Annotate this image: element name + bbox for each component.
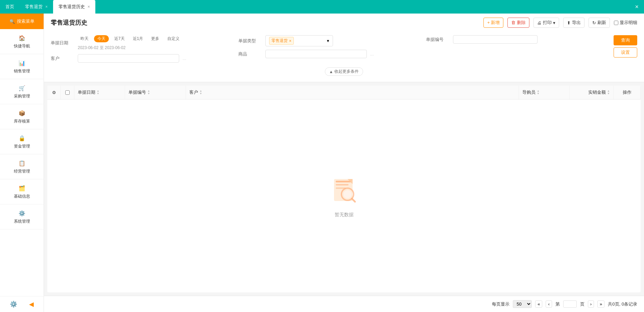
date-filter-label: 单据日期 [51,40,71,46]
select-all-checkbox[interactable] [65,90,70,95]
goods-input[interactable] [265,50,367,58]
doctype-dropdown-icon: ▾ [327,38,329,43]
date-btn-custom[interactable]: 自定义 [165,35,182,42]
page-title: 零售退货历史 [51,19,87,27]
sidebar-item-inventory[interactable]: 📦 库存核算 [0,104,44,129]
empty-state-icon [327,174,361,208]
new-button[interactable]: + 新增 [483,18,503,28]
collapse-button[interactable]: ▲ 收起更多条件 [325,67,363,76]
docno-sort-icon[interactable]: ▲▼ [147,90,150,95]
print-dropdown-icon: ▾ [553,20,555,25]
action-buttons: 查询 设置 [614,35,637,58]
export-icon: ⬆ [567,20,571,25]
page-suffix: 页 [580,301,585,307]
print-button[interactable]: 🖨 打印 ▾ [533,18,559,28]
filter-row-doctype: 单据类型 零售退货 × ▾ [238,35,416,46]
tab-retail-return-history[interactable]: 零售退货历史 × [53,0,95,14]
th-action: 操作 [614,86,641,99]
table-container: ⚙ 单据日期 ▲▼ 单据编号 ▲▼ 客户 ▲▼ 导购员 [47,86,641,292]
customer-sort-icon[interactable]: ▲▼ [199,90,202,95]
customer-input[interactable] [78,54,179,63]
display-detail-toggle[interactable]: 显示明细 [614,20,637,26]
content-area: 零售退货历史 + 新增 🗑 删除 🖨 打印 ▾ ⬆ 导出 ↻ [44,14,644,312]
prev-page-button[interactable]: ‹ [546,300,552,308]
sidebar-item-basic-info[interactable]: 🗂️ 基础信息 [0,179,44,204]
tab-retail-return[interactable]: 零售退货 × [20,0,53,14]
last-page-button[interactable]: » [597,300,604,308]
pagination-bar: 每页显示 50 10 20 100 « ‹ 第 1 页 › » 共0页, 0条记… [44,296,644,312]
th-settings[interactable]: ⚙ [47,86,61,99]
purchase-icon: 🛒 [18,84,26,92]
per-page-select[interactable]: 50 10 20 100 [513,300,532,308]
date-btn-more[interactable]: 更多 [148,35,162,42]
sidebar: 🔍 搜索菜单 🏠 快捷导航 📊 销售管理 🛒 采购管理 📦 库存核算 🔒 资金管… [0,14,44,312]
collapse-icon: ▲ [329,69,333,74]
collapse-sidebar-icon[interactable]: ◀ [29,300,34,308]
customer-input-ellipsis: ... [183,56,186,61]
export-button[interactable]: ⬆ 导出 [563,18,585,28]
filter-row-goods: 商品 ... [238,50,416,58]
th-amount: 实销金额 ▲▼ [570,86,614,99]
settings-bottom-icon[interactable]: ⚙️ [10,300,17,308]
svg-line-6 [352,199,355,202]
total-records-label: 共0页, 0条记录 [608,301,637,307]
svg-rect-1 [336,181,351,182]
column-settings-icon[interactable]: ⚙ [52,90,56,95]
date-btn-yesterday[interactable]: 昨天 [78,35,91,42]
system-icon: ⚙️ [18,209,26,217]
first-page-button[interactable]: « [535,300,542,308]
print-icon: 🖨 [537,20,542,25]
sidebar-bottom: ⚙️ ◀ [0,296,44,312]
refresh-button[interactable]: ↻ 刷新 [589,18,610,28]
toolbar: + 新增 🗑 删除 🖨 打印 ▾ ⬆ 导出 ↻ 刷新 [483,18,637,28]
filter-settings-button[interactable]: 设置 [614,47,637,58]
customer-filter-label: 客户 [51,55,71,62]
per-page-label: 每页显示 [492,301,509,307]
basic-info-icon: 🗂️ [18,184,26,192]
sidebar-item-purchase[interactable]: 🛒 采购管理 [0,79,44,104]
doctype-select[interactable]: 零售退货 × ▾ [265,35,333,46]
next-page-button[interactable]: › [588,300,594,308]
svg-point-5 [343,190,352,198]
guide-sort-icon[interactable]: ▲▼ [537,90,540,95]
amount-sort-icon[interactable]: ▲▼ [607,90,610,95]
sidebar-item-quick-nav[interactable]: 🏠 快捷导航 [0,29,44,54]
doctype-tag-close[interactable]: × [289,39,291,43]
window-close-button[interactable]: × [635,3,639,10]
sidebar-item-operations[interactable]: 📋 经营管理 [0,154,44,179]
svg-rect-2 [336,184,349,185]
home-icon: 🏠 [18,34,26,42]
filter-area: 单据日期 昨天 今天 近7天 近1月 更多 自定义 2023-06-02 至 2… [51,32,637,82]
filter-row-customer: 客户 ... [51,54,228,63]
sidebar-item-sales[interactable]: 📊 销售管理 [0,54,44,79]
close-tab-retail-return-history[interactable]: × [88,4,90,9]
refresh-icon: ↻ [592,20,596,25]
display-detail-checkbox[interactable] [614,21,618,25]
sidebar-item-system[interactable]: ⚙️ 系统管理 [0,204,44,229]
sales-icon: 📊 [18,59,26,67]
th-checkbox[interactable] [61,86,74,99]
goods-filter-label: 商品 [238,51,259,57]
date-btn-1month[interactable]: 近1月 [130,35,146,42]
goods-input-ellipsis: ... [370,51,374,57]
finance-icon: 🔒 [18,134,26,142]
date-btn-7days[interactable]: 近7天 [112,35,127,42]
date-range-display: 2023-06-02 至 2023-06-02 [78,45,125,51]
empty-text: 暂无数据 [335,212,354,218]
page-header: 零售退货历史 + 新增 🗑 删除 🖨 打印 ▾ ⬆ 导出 ↻ [44,14,644,82]
sidebar-item-finance[interactable]: 🔒 资金管理 [0,129,44,154]
close-tab-retail-return[interactable]: × [45,4,48,9]
page-number-input[interactable]: 1 [563,300,577,308]
top-bar: 首页 零售退货 × 零售退货历史 × × [0,0,644,14]
tab-home[interactable]: 首页 [0,0,20,14]
delete-button[interactable]: 🗑 删除 [507,18,529,28]
date-btn-today[interactable]: 今天 [94,35,109,42]
th-customer: 客户 ▲▼ [186,86,519,99]
th-date: 单据日期 ▲▼ [74,86,125,99]
filter-row-date: 单据日期 昨天 今天 近7天 近1月 更多 自定义 2023-06-02 至 2… [51,35,228,51]
docno-input[interactable] [453,35,538,44]
table-header: ⚙ 单据日期 ▲▼ 单据编号 ▲▼ 客户 ▲▼ 导购员 [47,86,641,99]
sidebar-search[interactable]: 🔍 搜索菜单 [0,14,44,29]
query-button[interactable]: 查询 [614,35,637,45]
date-sort-icon[interactable]: ▲▼ [97,90,99,95]
